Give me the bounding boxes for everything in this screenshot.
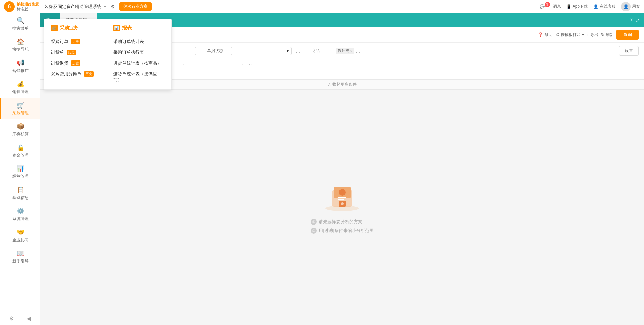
menu-item-goods-return[interactable]: 进货退货 历史 [48,58,105,69]
refresh-btn[interactable]: ↻ 刷新 [601,32,614,38]
marketing-icon: 📢 [17,59,24,67]
system-name: 装备及固定资产辅助管理系统 [44,4,101,10]
menu-item-goods-stat-by-goods[interactable]: 进货单统计表（按商品） [111,58,168,69]
menu-col-purchase: 🛒 采购业务 采购订单 历史 进货单 历史 进货退货 历史 采购费用分摊单 历史 [48,23,105,85]
sidebar-item-marketing[interactable]: 📢 营销推广 [0,56,40,77]
menu-col-report: 📊 报表 采购订单统计表 采购订单执行表 进货单统计表（按商品） 进货单统计表（… [111,23,168,85]
purchase-col-icon: 🛒 [51,25,58,31]
inventory-icon: 📦 [17,123,24,130]
hint-num-2: ② [311,228,317,234]
system-icon: ⚙️ [17,207,24,215]
export-icon: ↑ [587,32,589,37]
empty-hints: ① 请先选择要分析的方案 ② 用[过滤]条件来缩小分析范围 [311,217,373,235]
goods-filter: 设计费 × ... [336,48,361,54]
message-icon: 💬 [540,4,545,9]
industry-btn[interactable]: 体验行业方案 [119,2,152,11]
sidebar-item-basic[interactable]: 📋 基础信息 [0,183,40,204]
service-icon: 👤 [593,4,598,9]
sidebar-item-corp[interactable]: 🤝 企业协同 [0,225,40,246]
home-icon: 🏠 [17,38,24,45]
goods-tag: 设计费 × [336,48,354,54]
tab-actions: × ⤢ [626,17,644,24]
logo-icon: 6 [4,1,15,12]
menu-item-goods-stat-by-supplier[interactable]: 进货单统计表（按供应商） [111,69,168,85]
status-select[interactable]: ▾ [231,47,292,55]
sidebar-item-search[interactable]: 🔍 搜索菜单 [0,13,40,35]
header-right: 💬 9 消息 📱 App下载 👤 在线客服 👤 用友 [540,2,640,11]
svg-point-7 [341,202,344,205]
guide-icon: 📖 [17,250,24,257]
menu-item-purchase-expense[interactable]: 采购费用分摊单 历史 [48,69,105,79]
history-badge-4: 历史 [84,71,94,77]
top-header: 6 畅捷通好生意 标准版 装备及固定资产辅助管理系统 ▾ ⚙ 体验行业方案 💬 … [0,0,644,13]
print-dropdown-arrow[interactable]: ▾ [582,32,584,37]
sidebar-item-system[interactable]: ⚙️ 系统管理 [0,204,40,225]
setting-button[interactable]: 设置 [619,46,639,56]
goods-label: 商品 [312,48,332,54]
hint-num-1: ① [311,219,317,225]
help-icon: ❓ [538,32,543,37]
status-label: 单据状态 [207,48,227,54]
user-avatar: 👤 [621,2,631,11]
search-icon: 🔍 [17,17,24,24]
export-btn[interactable]: ↑ 导出 [587,32,598,38]
menu-item-purchase-order-exec[interactable]: 采购订单执行表 [111,47,168,58]
sidebar-item-operation[interactable]: 📊 经营管理 [0,162,40,183]
hint-item-2: ② 用[过滤]条件来缩小分析范围 [311,226,373,235]
purchase-icon: 🛒 [17,101,24,109]
menu-divider [108,23,108,85]
print-icon: 🖨 [555,32,559,37]
message-action[interactable]: 💬 9 消息 [540,4,561,9]
toolbar-right: ❓ 帮助 🖨 按模板打印 ▾ ↑ 导出 ↻ 刷新 查询 [538,30,639,40]
purchase-dropdown-menu: 🛒 采购业务 采购订单 历史 进货单 历史 进货退货 历史 采购费用分摊单 历史… [44,19,172,90]
sidebar-item-nav[interactable]: 🏠 快捷导航 [0,35,40,56]
goods-tag-close[interactable]: × [350,49,352,53]
salesperson-ellipsis[interactable]: ... [247,60,252,66]
system-dropdown-arrow[interactable]: ▾ [104,4,106,9]
sidebar-item-finance[interactable]: 🔒 资金管理 [0,140,40,162]
operation-icon: 📊 [17,165,24,172]
goods-ellipsis[interactable]: ... [356,48,361,54]
salesperson-select[interactable] [183,62,243,65]
report-col-icon: 📊 [113,25,120,31]
gear-icon[interactable]: ⚙ [109,3,117,11]
menu-item-goods-receipt[interactable]: 进货单 历史 [48,47,105,58]
history-badge-2: 历史 [67,50,76,55]
menu-col-report-title: 📊 报表 [111,23,168,34]
history-badge-1: 历史 [71,39,80,44]
empty-state: ① 请先选择要分析的方案 ② 用[过滤]条件来缩小分析范围 [40,90,644,325]
finance-icon: 🔒 [17,144,24,151]
tab-expand-icon[interactable]: ⤢ [636,17,640,24]
hint-item-1: ① 请先选择要分析的方案 [311,217,373,226]
corp-icon: 🤝 [17,229,24,236]
sales-icon: 💰 [17,80,24,88]
sidebar-item-inventory[interactable]: 📦 库存核算 [0,119,40,140]
sidebar-settings-icon[interactable]: ⚙ [9,315,14,322]
sidebar-item-guide[interactable]: 📖 新手引导 [0,246,40,268]
tab-window-close-icon[interactable]: × [630,17,633,23]
menu-item-purchase-order-stat[interactable]: 采购订单统计表 [111,36,168,47]
print-btn[interactable]: 🖨 按模板打印 ▾ [555,32,584,38]
menu-col-purchase-title: 🛒 采购业务 [48,23,105,34]
user-action[interactable]: 👤 用友 [621,2,640,11]
sidebar: 🔍 搜索菜单 🏠 快捷导航 📢 营销推广 💰 销售管理 🛒 采购管理 📦 库存核… [0,13,40,325]
header-middle: 装备及固定资产辅助管理系统 ▾ ⚙ 体验行业方案 [44,2,540,11]
sidebar-item-purchase[interactable]: 🛒 采购管理 [0,98,40,119]
svg-point-3 [339,189,346,196]
help-btn[interactable]: ❓ 帮助 [538,32,552,38]
online-service-action[interactable]: 👤 在线客服 [593,4,616,9]
sidebar-collapse-icon[interactable]: ◀ [27,315,31,322]
phone-icon: 📱 [566,4,571,9]
status-select-arrow: ▾ [287,49,289,53]
logo-area: 6 畅捷通好生意 标准版 [4,1,44,12]
query-button[interactable]: 查询 [616,30,639,40]
menu-item-purchase-order[interactable]: 采购订单 历史 [48,36,105,47]
empty-illustration [322,180,362,213]
status-ellipsis[interactable]: ... [296,48,301,54]
logo-text: 畅捷通好生意 标准版 [17,2,39,11]
sidebar-item-sales[interactable]: 💰 销售管理 [0,77,40,98]
history-badge-3: 历史 [71,60,80,66]
app-download-action[interactable]: 📱 App下载 [566,4,588,9]
basic-icon: 📋 [17,186,24,194]
sidebar-bottom: ⚙ ◀ [0,312,40,325]
